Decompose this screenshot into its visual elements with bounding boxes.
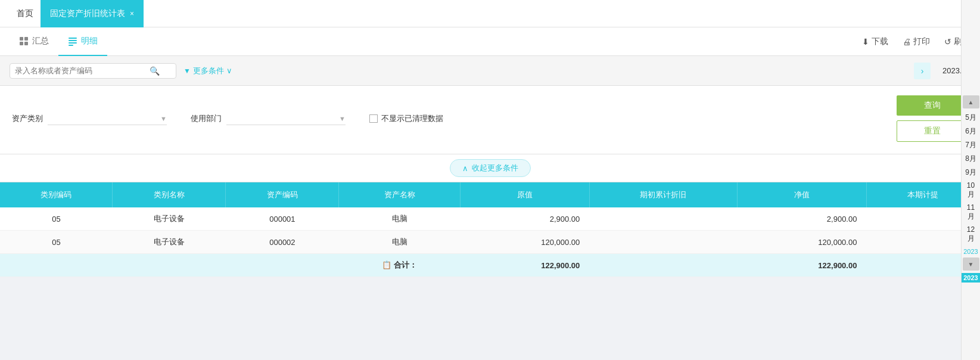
table-cell: 2,900.00 bbox=[737, 207, 866, 231]
col-category-code: 类别编码 bbox=[0, 182, 113, 207]
department-arrow: ▼ bbox=[339, 115, 346, 122]
svg-rect-3 bbox=[24, 42, 28, 45]
total-cell: 📋合计： bbox=[339, 254, 460, 277]
col-original-value: 原值 bbox=[460, 182, 589, 207]
panel-toggle-btn[interactable]: › bbox=[914, 63, 931, 79]
total-cell bbox=[589, 254, 737, 277]
collapse-icon: ∧ bbox=[462, 164, 468, 173]
print-btn[interactable]: 🖨 打印 bbox=[903, 36, 930, 47]
svg-rect-2 bbox=[20, 42, 23, 45]
month-list: 5月6月7月8月9月10月11月12月 bbox=[962, 111, 980, 246]
tab-detail[interactable]: 明细 bbox=[58, 27, 107, 56]
checkbox-box bbox=[369, 114, 378, 123]
table-cell: 120,000.00 bbox=[460, 231, 589, 254]
year-display: 2023 bbox=[963, 248, 978, 255]
collapse-button[interactable]: ∧ 收起更多条件 bbox=[450, 159, 531, 177]
col-net-value: 净值 bbox=[737, 182, 866, 207]
current-year-badge[interactable]: 2023 bbox=[962, 273, 979, 283]
asset-category-filter: 资产类别 ▼ bbox=[12, 113, 167, 125]
asset-category-arrow: ▼ bbox=[160, 115, 167, 122]
summary-icon bbox=[19, 36, 29, 46]
table-cell: 05 bbox=[0, 231, 113, 254]
filter-section: 资产类别 ▼ 使用部门 ▼ 不显示已清理数据 查询 重置 bbox=[0, 86, 980, 154]
month-item[interactable]: 7月 bbox=[962, 138, 980, 152]
detail-icon bbox=[68, 36, 77, 46]
home-tab[interactable]: 首页 bbox=[10, 8, 41, 19]
table-header-row: 类别编码 类别名称 资产编码 资产名称 原值 期初累计折旧 净值 本期计提 bbox=[0, 182, 980, 207]
col-asset-name: 资产名称 bbox=[339, 182, 460, 207]
col-asset-code: 资产编码 bbox=[226, 182, 339, 207]
month-item[interactable]: 12月 bbox=[962, 224, 980, 246]
collapse-label: 收起更多条件 bbox=[472, 163, 518, 173]
reset-button[interactable]: 重置 bbox=[897, 120, 968, 142]
table-cell: 120,000.00 bbox=[737, 231, 866, 254]
month-item[interactable]: 9月 bbox=[962, 166, 980, 179]
svg-rect-1 bbox=[24, 37, 28, 41]
table-cell: 电子设备 bbox=[113, 231, 226, 254]
table-row[interactable]: 05电子设备000002电脑120,000.00120,000.00 bbox=[0, 231, 980, 254]
filter-buttons: 查询 重置 bbox=[897, 95, 968, 142]
svg-rect-7 bbox=[69, 45, 73, 46]
active-tab[interactable]: 固定资产折旧统计表 × bbox=[41, 0, 144, 27]
summary-tab-label: 汇总 bbox=[32, 36, 49, 46]
asset-category-label: 资产类别 bbox=[12, 113, 43, 124]
department-label: 使用部门 bbox=[191, 113, 222, 124]
month-item[interactable]: 11月 bbox=[962, 201, 980, 224]
table-cell: 电子设备 bbox=[113, 207, 226, 231]
right-panel: ▲ 5月6月7月8月9月10月11月12月 2023 ▼ 2023 bbox=[961, 0, 980, 360]
search-input-wrap: 🔍 bbox=[10, 63, 176, 79]
top-nav: 首页 固定资产折旧统计表 × × bbox=[0, 0, 980, 27]
table-row[interactable]: 05电子设备000001电脑2,900.002,900.00 bbox=[0, 207, 980, 231]
department-filter: 使用部门 ▼ bbox=[191, 113, 346, 125]
table-cell bbox=[589, 207, 737, 231]
tab-label: 固定资产折旧统计表 bbox=[50, 8, 125, 19]
table-cell: 电脑 bbox=[339, 207, 460, 231]
month-item[interactable]: 10月 bbox=[962, 179, 980, 201]
filter-icon: ▼ bbox=[183, 67, 191, 75]
month-item[interactable]: 8月 bbox=[962, 152, 980, 166]
data-table: 类别编码 类别名称 资产编码 资产名称 原值 期初累计折旧 净值 本期计提 05… bbox=[0, 182, 980, 277]
svg-rect-4 bbox=[69, 38, 77, 39]
month-item[interactable]: 5月 bbox=[962, 111, 980, 125]
table-cell: 2,900.00 bbox=[460, 207, 589, 231]
table-cell: 000001 bbox=[226, 207, 339, 231]
search-icon[interactable]: 🔍 bbox=[150, 66, 160, 76]
tab-close-icon[interactable]: × bbox=[130, 10, 134, 18]
query-button[interactable]: 查询 bbox=[897, 95, 968, 116]
filter-row: 资产类别 ▼ 使用部门 ▼ 不显示已清理数据 查询 重置 bbox=[12, 95, 968, 142]
total-cell: 122,900.00 bbox=[460, 254, 589, 277]
hide-cleared-checkbox[interactable]: 不显示已清理数据 bbox=[369, 113, 443, 124]
month-down-btn[interactable]: ▼ bbox=[963, 257, 979, 271]
sub-tabs-bar: 汇总 明细 ⬇ 下载 🖨 打印 ↺ 刷新 bbox=[0, 27, 980, 56]
table-cell: 电脑 bbox=[339, 231, 460, 254]
month-item[interactable]: 6月 bbox=[962, 125, 980, 138]
more-conditions-btn[interactable]: ▼ 更多条件 ∨ bbox=[183, 66, 232, 76]
table-cell: 000002 bbox=[226, 231, 339, 254]
total-cell bbox=[0, 254, 113, 277]
print-icon: 🖨 bbox=[903, 37, 911, 46]
download-btn[interactable]: ⬇ 下载 bbox=[862, 36, 888, 47]
total-cell bbox=[113, 254, 226, 277]
svg-rect-0 bbox=[20, 37, 23, 41]
total-cell bbox=[226, 254, 339, 277]
search-bar: 🔍 ▼ 更多条件 ∨ › 2023.01 bbox=[0, 56, 980, 86]
search-input[interactable] bbox=[15, 66, 146, 75]
svg-rect-5 bbox=[69, 40, 77, 41]
refresh-icon: ↺ bbox=[944, 37, 951, 46]
tab-summary[interactable]: 汇总 bbox=[10, 27, 58, 56]
table-cell bbox=[589, 231, 737, 254]
detail-tab-label: 明细 bbox=[81, 36, 98, 46]
total-icon: 📋 bbox=[382, 260, 391, 269]
asset-category-select[interactable]: ▼ bbox=[48, 113, 167, 125]
total-row: 📋合计：122,900.00122,900.00 bbox=[0, 254, 980, 277]
table-cell: 05 bbox=[0, 207, 113, 231]
department-select[interactable]: ▼ bbox=[226, 113, 346, 125]
col-accumulated-depreciation: 期初累计折旧 bbox=[589, 182, 737, 207]
col-category-name: 类别名称 bbox=[113, 182, 226, 207]
svg-rect-6 bbox=[69, 42, 77, 44]
month-up-btn[interactable]: ▲ bbox=[963, 95, 979, 108]
more-conditions-label: 更多条件 bbox=[193, 66, 224, 76]
download-icon: ⬇ bbox=[862, 37, 869, 46]
print-label: 打印 bbox=[913, 36, 930, 47]
hide-cleared-label: 不显示已清理数据 bbox=[381, 113, 443, 124]
